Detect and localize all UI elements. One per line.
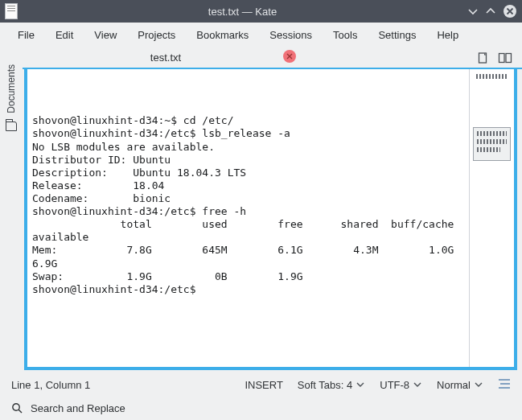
- menu-projects[interactable]: Projects: [128, 26, 185, 44]
- search-label: Search and Replace: [31, 402, 125, 414]
- status-tabs[interactable]: Soft Tabs: 4: [298, 379, 365, 391]
- titlebar: test.txt — Kate: [0, 0, 522, 23]
- status-scheme[interactable]: Normal: [437, 379, 483, 391]
- menu-view[interactable]: View: [84, 26, 126, 44]
- tab-label: test.txt: [150, 51, 181, 64]
- new-document-icon[interactable]: [477, 51, 490, 64]
- menu-help[interactable]: Help: [427, 26, 468, 44]
- svg-line-5: [18, 410, 22, 413]
- chevron-down-icon: [413, 380, 422, 389]
- minimap-line: [476, 74, 508, 79]
- svg-point-4: [13, 404, 19, 410]
- status-cursor: Line 1, Column 1: [11, 379, 90, 391]
- text-editor[interactable]: shovon@linuxhint-d34:~$ cd /etc/ shovon@…: [27, 69, 469, 367]
- chevron-down-icon: [356, 380, 365, 389]
- close-icon[interactable]: [503, 4, 517, 19]
- status-encoding[interactable]: UTF-8: [380, 379, 422, 391]
- menu-lines-icon[interactable]: [498, 378, 511, 392]
- menu-file[interactable]: File: [8, 26, 44, 44]
- menu-settings[interactable]: Settings: [368, 26, 425, 44]
- menu-sessions[interactable]: Sessions: [260, 26, 322, 44]
- svg-rect-3: [506, 54, 512, 63]
- menubar: File Edit View Projects Bookmarks Sessio…: [0, 23, 522, 47]
- minimap[interactable]: [469, 69, 514, 367]
- maximize-icon[interactable]: [485, 6, 496, 17]
- folder-icon[interactable]: [6, 121, 17, 131]
- svg-rect-2: [499, 54, 505, 63]
- statusbar: Line 1, Column 1 INSERT Soft Tabs: 4 UTF…: [0, 373, 522, 396]
- chevron-down-icon: [474, 380, 483, 389]
- tab-close-icon[interactable]: [283, 50, 296, 63]
- sidebar-documents[interactable]: Documents: [6, 64, 17, 113]
- status-mode[interactable]: INSERT: [245, 379, 282, 391]
- tabbar: test.txt: [23, 47, 522, 69]
- menu-edit[interactable]: Edit: [46, 26, 83, 44]
- search-bar[interactable]: Search and Replace: [0, 396, 522, 420]
- menu-tools[interactable]: Tools: [323, 26, 367, 44]
- window-title: test.txt — Kate: [18, 6, 467, 18]
- minimap-viewport[interactable]: [473, 127, 511, 161]
- tab-test-txt[interactable]: test.txt: [29, 47, 302, 68]
- minimize-icon[interactable]: [467, 6, 479, 17]
- menu-bookmarks[interactable]: Bookmarks: [187, 26, 258, 44]
- split-view-icon[interactable]: [498, 51, 512, 64]
- app-icon: [5, 3, 18, 19]
- sidebar: Documents: [0, 47, 23, 373]
- search-icon: [11, 402, 23, 414]
